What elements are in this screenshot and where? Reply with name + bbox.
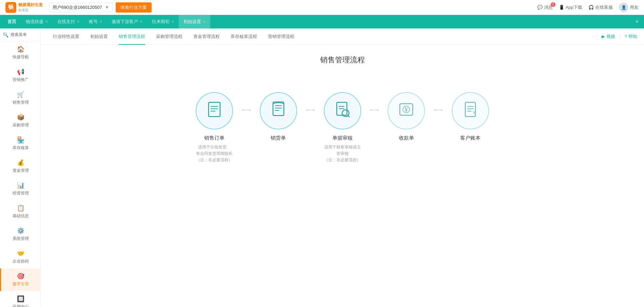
sidebar-item-system[interactable]: ⚙️ 系统管理 (0, 223, 40, 246)
logo-area: 畅 畅捷通好生意 标准版 (5, 2, 46, 13)
svg-rect-4 (273, 102, 284, 116)
nav-tab-home[interactable]: 首页 (3, 15, 21, 28)
step-desc-sales-order: 适用于分批发货、有合同发货周期较长（注：非必要流程） (196, 144, 233, 164)
svg-rect-0 (209, 102, 220, 117)
nav-tab-invite[interactable]: 邀请下游客户 × (107, 15, 147, 28)
search-label: 搜索菜单 (11, 32, 27, 38)
flow-step-sales-order: 销售订单 适用于分批发货、有合同发货周期较长（注：非必要流程） (187, 92, 241, 164)
flow-arrow-3: ···→ (370, 92, 379, 114)
close-tab-icon[interactable]: × (140, 19, 142, 24)
sidebar-item-sales[interactable]: 🛒 销售管理 (0, 87, 40, 109)
flow-step-invoice: 销货单 (251, 92, 306, 144)
close-tab-icon[interactable]: × (172, 19, 174, 24)
sidebar-item-finance[interactable]: 💰 资金管理 (0, 155, 40, 178)
quick-nav-icon: 🏠 (17, 45, 24, 53)
step-name-invoice: 销货单 (271, 135, 286, 141)
app-label: App下载 (566, 4, 582, 11)
service-label: 在线客服 (595, 4, 613, 11)
guide-icon: 🎯 (17, 272, 24, 280)
flow-arrow-1: ···→ (241, 92, 251, 114)
help-label: 帮助 (628, 34, 637, 40)
sidebar-item-quick-nav[interactable]: 🏠 快捷导航 (0, 41, 40, 64)
finance-icon: 💰 (17, 159, 24, 166)
close-tab-icon[interactable]: × (45, 19, 48, 24)
svg-text:¥: ¥ (473, 110, 475, 115)
basic-info-icon: 📋 (17, 204, 24, 212)
help-link[interactable]: ? 帮助 (625, 34, 637, 40)
message-item[interactable]: 💬 消息 6 (537, 4, 553, 11)
sidebar-item-label: 新手引导 (13, 281, 29, 287)
sidebar-item-label: 快捷导航 (13, 54, 29, 60)
sidebar-search[interactable]: 🔍 搜索菜单 (0, 28, 40, 41)
sidebar-item-label: 基础信息 (13, 213, 29, 219)
step-icon-receipt: ¥ (398, 101, 415, 121)
subtab-inventory-flow[interactable]: 库存核算流程 (225, 28, 262, 45)
sidebar-item-label: 营销推广 (13, 77, 29, 83)
sidebar-item-basic-info[interactable]: 📋 基础信息 (0, 200, 40, 223)
nav-tab-account[interactable]: 账号 × (84, 15, 107, 28)
step-name-sales-order: 销售订单 (204, 135, 225, 141)
subtab-purchase-flow[interactable]: 采购管理流程 (151, 28, 188, 45)
flow-step-review: 单据审核 适用于财务审核或主管审核（注：非必要流程） (315, 92, 370, 164)
step-icon-sales-order (206, 101, 223, 121)
step-circle-invoice (260, 92, 297, 129)
top-bar-right: 💬 消息 6 📱 App下载 🎧 在线客服 👤 用友 (537, 3, 639, 12)
svg-text:¥: ¥ (405, 106, 408, 113)
trial-button[interactable]: 体验行业方案 (116, 2, 152, 13)
sidebar-item-marketing[interactable]: 📢 营销推广 (0, 64, 40, 87)
subtab-sales-flow[interactable]: 销售管理流程 (113, 28, 151, 45)
flow-step-ledger: ¥ 客户账本 (443, 92, 497, 144)
nav-tab-period[interactable]: 往来期初 × (147, 15, 179, 28)
inventory-icon: 🏪 (17, 136, 24, 144)
step-circle-receipt: ¥ (388, 92, 425, 129)
nav-tab-init[interactable]: 初始设置 × (179, 15, 210, 28)
username: 用友 (630, 4, 639, 11)
operations-icon: 📊 (17, 182, 24, 189)
flow-arrow-4: ···→ (433, 92, 443, 114)
marketing-icon: 📢 (17, 68, 24, 76)
sidebar-item-inventory[interactable]: 🏪 库存核算 (0, 132, 40, 155)
subtab-init[interactable]: 初始设置 (85, 28, 113, 45)
sidebar-item-guide[interactable]: 🎯 新手引导 (0, 268, 40, 291)
page-content: 销售管理流程 销售订 (41, 45, 644, 307)
subtab-marketing-flow[interactable]: 营销管理流程 (262, 28, 300, 45)
close-tab-icon[interactable]: × (77, 19, 79, 24)
step-icon-invoice (270, 101, 287, 121)
sidebar-item-operations[interactable]: 📊 经营管理 (0, 178, 40, 200)
sidebar-item-label: 库存核算 (13, 145, 29, 151)
step-name-review: 单据审核 (332, 135, 353, 141)
subtab-finance-flow[interactable]: 资金管理流程 (188, 28, 225, 45)
user-selector[interactable]: 用户690企业1660120507 ▼ (49, 3, 113, 12)
sidebar-item-app-center[interactable]: 🔲 应用中心 (0, 291, 40, 307)
flow-arrow-2: ···→ (306, 92, 315, 114)
step-circle-ledger: ¥ (452, 92, 489, 129)
dropdown-arrow-icon: ▼ (105, 5, 109, 10)
nav-tab-logistics[interactable]: 物流快递 × (21, 15, 53, 28)
purchase-icon: 📦 (17, 114, 24, 121)
video-icon: ▶ (602, 34, 605, 39)
divider: | (619, 34, 620, 39)
message-badge: 6 (551, 2, 555, 7)
sidebar-item-label: 采购管理 (13, 122, 29, 128)
online-service-item[interactable]: 🎧 在线客服 (588, 4, 613, 11)
sidebar-item-label: 经营管理 (13, 190, 29, 196)
step-name-ledger: 客户账本 (460, 135, 481, 141)
nav-tabs: 首页 物流快递 × 在线支付 × 账号 × 邀请下游客户 × 往来期初 × 初始… (0, 15, 644, 28)
close-all-tabs-button[interactable]: × (633, 19, 641, 25)
subtab-industry[interactable]: 行业特性设置 (47, 28, 85, 45)
user-label: 用户690企业1660120507 (53, 4, 102, 11)
close-tab-icon[interactable]: × (203, 19, 206, 24)
sales-icon: 🛒 (17, 91, 24, 98)
close-tab-icon[interactable]: × (100, 19, 102, 24)
message-icon: 💬 (537, 5, 543, 10)
main-layout: 🔍 搜索菜单 🏠 快捷导航 📢 营销推广 🛒 销售管理 📦 采购管理 🏪 库存核… (0, 28, 644, 307)
user-avatar-item[interactable]: 👤 用友 (619, 3, 639, 12)
step-icon-review (334, 101, 351, 121)
sidebar-item-enterprise[interactable]: 🤝 企业协同 (0, 246, 40, 268)
app-download-item[interactable]: 📱 App下载 (559, 4, 582, 11)
step-circle-review (324, 92, 361, 129)
sidebar-item-purchase[interactable]: 📦 采购管理 (0, 109, 40, 132)
nav-tab-payment[interactable]: 在线支付 × (53, 15, 84, 28)
video-link[interactable]: ▶ 视频 (602, 34, 615, 40)
service-icon: 🎧 (588, 5, 594, 10)
